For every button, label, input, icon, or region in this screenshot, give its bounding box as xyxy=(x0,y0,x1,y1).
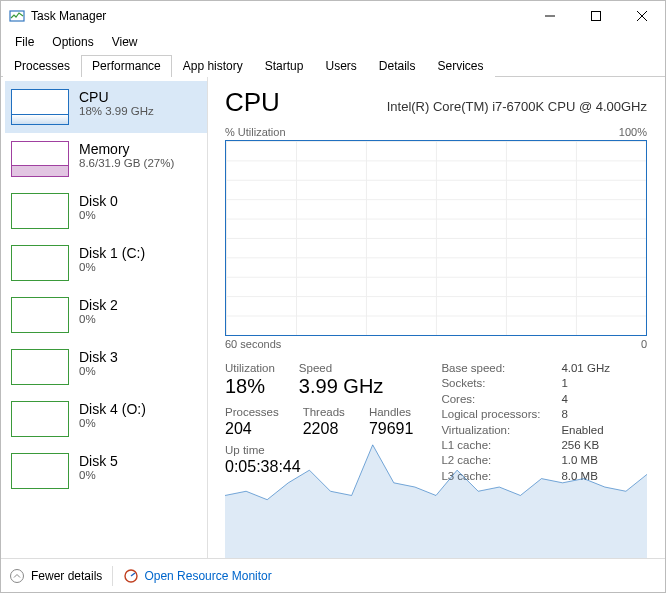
open-resource-monitor-link[interactable]: Open Resource Monitor xyxy=(123,568,271,584)
tab-performance[interactable]: Performance xyxy=(81,55,172,77)
chart-y-max: 100% xyxy=(619,126,647,138)
svg-marker-5 xyxy=(225,445,647,558)
disk-thumb-icon xyxy=(11,193,69,229)
sidebar-item-label: Disk 4 (O:) xyxy=(79,401,146,417)
utilization-chart[interactable] xyxy=(225,140,647,336)
sidebar-item-sub: 0% xyxy=(79,365,118,377)
sidebar-item-disk1[interactable]: Disk 1 (C:)0% xyxy=(5,237,207,289)
main-panel: CPU Intel(R) Core(TM) i7-6700K CPU @ 4.0… xyxy=(211,77,665,558)
sidebar-item-memory[interactable]: Memory8.6/31.9 GB (27%) xyxy=(5,133,207,185)
chevron-up-circle-icon xyxy=(9,568,25,584)
minimize-button[interactable] xyxy=(527,1,573,31)
sidebar-item-label: CPU xyxy=(79,89,154,105)
disk-thumb-icon xyxy=(11,349,69,385)
sidebar-item-label: Disk 0 xyxy=(79,193,118,209)
sidebar-item-disk5[interactable]: Disk 50% xyxy=(5,445,207,497)
app-icon xyxy=(9,8,25,24)
tab-services[interactable]: Services xyxy=(427,55,495,77)
title-bar: Task Manager xyxy=(1,1,665,31)
tab-strip: Processes Performance App history Startu… xyxy=(1,54,665,77)
sidebar-item-disk3[interactable]: Disk 30% xyxy=(5,341,207,393)
sidebar-item-disk2[interactable]: Disk 20% xyxy=(5,289,207,341)
svg-rect-2 xyxy=(592,12,601,21)
resource-sidebar[interactable]: CPU18% 3.99 GHz Memory8.6/31.9 GB (27%) … xyxy=(1,77,207,558)
fewer-details-label: Fewer details xyxy=(31,569,102,583)
menu-file[interactable]: File xyxy=(7,33,42,51)
tab-users[interactable]: Users xyxy=(314,55,367,77)
disk-thumb-icon xyxy=(11,453,69,489)
sidebar-item-disk0[interactable]: Disk 00% xyxy=(5,185,207,237)
fewer-details-button[interactable]: Fewer details xyxy=(9,568,102,584)
close-button[interactable] xyxy=(619,1,665,31)
sidebar-item-label: Disk 3 xyxy=(79,349,118,365)
sidebar-item-disk4[interactable]: Disk 4 (O:)0% xyxy=(5,393,207,445)
svg-line-8 xyxy=(131,573,135,576)
cpu-name: Intel(R) Core(TM) i7-6700K CPU @ 4.00GHz xyxy=(387,99,647,114)
menu-options[interactable]: Options xyxy=(44,33,101,51)
resource-monitor-icon xyxy=(123,568,139,584)
sidebar-item-sub: 18% 3.99 GHz xyxy=(79,105,154,117)
tab-app-history[interactable]: App history xyxy=(172,55,254,77)
maximize-button[interactable] xyxy=(573,1,619,31)
window-title: Task Manager xyxy=(31,9,527,23)
sidebar-item-label: Disk 2 xyxy=(79,297,118,313)
sidebar-item-label: Memory xyxy=(79,141,174,157)
disk-thumb-icon xyxy=(11,297,69,333)
menu-view[interactable]: View xyxy=(104,33,146,51)
disk-thumb-icon xyxy=(11,245,69,281)
page-title: CPU xyxy=(225,87,280,118)
open-resource-monitor-label: Open Resource Monitor xyxy=(144,569,271,583)
sidebar-item-sub: 0% xyxy=(79,469,118,481)
sidebar-item-label: Disk 5 xyxy=(79,453,118,469)
sidebar-item-sub: 0% xyxy=(79,313,118,325)
separator xyxy=(112,566,113,586)
sidebar-item-sub: 0% xyxy=(79,417,146,429)
memory-thumb-icon xyxy=(11,141,69,177)
svg-point-6 xyxy=(11,569,24,582)
footer: Fewer details Open Resource Monitor xyxy=(1,558,665,592)
cpu-thumb-icon xyxy=(11,89,69,125)
tab-processes[interactable]: Processes xyxy=(3,55,81,77)
sidebar-item-cpu[interactable]: CPU18% 3.99 GHz xyxy=(5,81,207,133)
chart-y-label: % Utilization xyxy=(225,126,286,138)
sidebar-item-sub: 0% xyxy=(79,209,118,221)
tab-startup[interactable]: Startup xyxy=(254,55,315,77)
sidebar-item-label: Disk 1 (C:) xyxy=(79,245,145,261)
sidebar-item-sub: 8.6/31.9 GB (27%) xyxy=(79,157,174,169)
tab-details[interactable]: Details xyxy=(368,55,427,77)
disk-thumb-icon xyxy=(11,401,69,437)
sidebar-item-sub: 0% xyxy=(79,261,145,273)
menu-bar: File Options View xyxy=(1,31,665,52)
